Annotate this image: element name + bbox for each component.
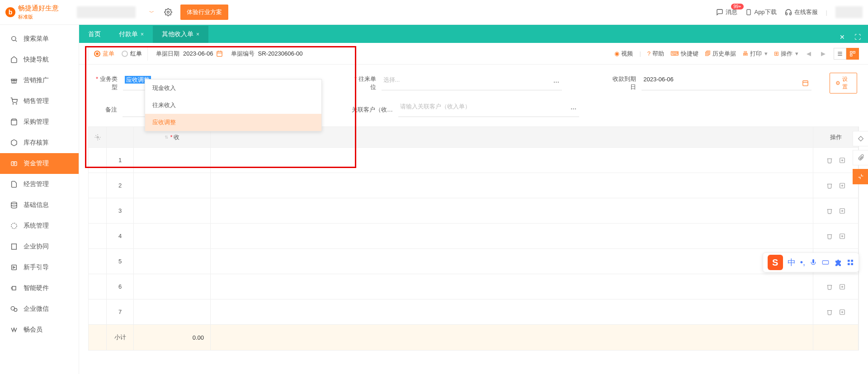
logo-sub: 标准版 bbox=[18, 14, 59, 20]
add-icon[interactable] bbox=[839, 182, 845, 189]
subtotal-label: 小计 bbox=[107, 325, 134, 350]
dropdown-item-adjust[interactable]: 应收调整 bbox=[145, 114, 321, 131]
ellipsis-icon[interactable]: ⋯ bbox=[571, 105, 576, 112]
tab-expand-button[interactable]: ⛶ bbox=[852, 31, 863, 43]
ime-keyboard-button[interactable] bbox=[821, 259, 830, 266]
radio-blue[interactable]: 蓝单 bbox=[94, 50, 114, 58]
ime-voice-button[interactable] bbox=[810, 258, 817, 266]
sidebar-item-vip[interactable]: 畅会员 bbox=[0, 319, 79, 340]
delete-icon[interactable] bbox=[826, 182, 833, 189]
print-button[interactable]: 🖶打印▾ bbox=[742, 50, 768, 58]
row-account-cell[interactable] bbox=[134, 198, 211, 223]
video-link[interactable]: ◉视频 bbox=[614, 50, 633, 58]
side-attach-button[interactable] bbox=[853, 150, 868, 165]
view-list-button[interactable] bbox=[834, 48, 846, 60]
table-row[interactable]: 6 bbox=[89, 274, 859, 299]
sidebar-item-purchase[interactable]: 采购管理 bbox=[0, 112, 79, 132]
table-row[interactable]: 7 bbox=[89, 299, 859, 325]
close-icon[interactable]: × bbox=[141, 31, 144, 37]
trial-button[interactable]: 体验行业方案 bbox=[180, 5, 228, 20]
table-row[interactable]: 1 bbox=[89, 148, 859, 173]
sidebar-item-system[interactable]: 系统管理 bbox=[0, 215, 79, 236]
history-link[interactable]: 🗐历史单据 bbox=[705, 50, 736, 58]
add-icon[interactable] bbox=[839, 309, 845, 315]
calendar-icon[interactable] bbox=[802, 79, 809, 86]
svg-rect-15 bbox=[12, 244, 17, 249]
duedate-input[interactable]: 2023-06-06 bbox=[642, 76, 811, 90]
add-icon[interactable] bbox=[839, 157, 845, 164]
tab-close-all-button[interactable]: ✕ bbox=[836, 31, 848, 43]
messages-link[interactable]: 消息 99+ bbox=[716, 8, 737, 16]
settings-button[interactable]: ⚙ 设置 bbox=[830, 73, 857, 94]
user-avatar[interactable] bbox=[835, 6, 863, 18]
add-icon[interactable] bbox=[839, 284, 845, 290]
sidebar-item-search[interactable]: 搜索菜单 bbox=[0, 28, 79, 49]
delete-icon[interactable] bbox=[826, 309, 833, 315]
row-account-cell[interactable] bbox=[134, 224, 211, 248]
logo[interactable]: b 畅捷通好生意 标准版 bbox=[5, 4, 59, 20]
table-row[interactable]: 2 bbox=[89, 173, 859, 198]
sidebar-item-wechat[interactable]: 企业微信 bbox=[0, 299, 79, 319]
svg-point-0 bbox=[167, 11, 170, 14]
prev-button[interactable]: ◀ bbox=[805, 50, 813, 57]
sidebar-item-sales[interactable]: 销售管理 bbox=[0, 91, 79, 112]
side-expand-button[interactable] bbox=[853, 169, 868, 184]
sidebar-item-finance[interactable]: 资金管理 bbox=[0, 153, 79, 174]
ellipsis-icon[interactable]: ⋯ bbox=[553, 79, 559, 85]
delete-icon[interactable] bbox=[826, 233, 833, 239]
delete-icon[interactable] bbox=[826, 208, 833, 214]
settings-icon[interactable] bbox=[164, 8, 172, 16]
sidebar-item-collab[interactable]: 企业协同 bbox=[0, 236, 79, 257]
app-download-link[interactable]: App下载 bbox=[745, 8, 776, 16]
customer-service-link[interactable]: 在线客服 bbox=[785, 8, 818, 16]
ime-menu-button[interactable] bbox=[847, 259, 854, 266]
sidebar-item-quicknav[interactable]: 快捷导航 bbox=[0, 49, 79, 70]
date-value[interactable]: 2023-06-06 bbox=[183, 50, 213, 57]
help-link[interactable]: ?帮助 bbox=[647, 50, 664, 58]
ime-lang-button[interactable]: 中 bbox=[788, 257, 796, 268]
sidebar-item-operation[interactable]: 经营管理 bbox=[0, 174, 79, 195]
tab-payment[interactable]: 付款单× bbox=[110, 26, 153, 43]
dropdown-item-receivable[interactable]: 往来收入 bbox=[145, 97, 321, 114]
ime-punct-button[interactable]: •, bbox=[800, 258, 805, 267]
table-settings-button[interactable] bbox=[89, 127, 107, 147]
add-icon[interactable] bbox=[839, 233, 845, 239]
sidebar-item-newbie[interactable]: 新手引导 bbox=[0, 257, 79, 278]
delete-icon[interactable] bbox=[826, 284, 833, 290]
org-chevron-icon[interactable]: ﹀ bbox=[149, 9, 154, 16]
side-tag-button[interactable] bbox=[853, 131, 868, 146]
calendar-icon[interactable] bbox=[216, 50, 223, 57]
delete-icon[interactable] bbox=[826, 157, 833, 164]
next-button[interactable]: ▶ bbox=[819, 50, 827, 57]
tab-home[interactable]: 首页 bbox=[79, 26, 110, 43]
sidebar-item-basedata[interactable]: 基础信息 bbox=[0, 195, 79, 215]
partner-select[interactable]: 选择... ⋯ bbox=[382, 76, 562, 90]
row-account-cell[interactable] bbox=[134, 173, 211, 198]
dropdown-item-cash[interactable]: 现金收入 bbox=[145, 79, 321, 97]
view-card-button[interactable] bbox=[846, 48, 859, 60]
row-account-cell[interactable] bbox=[134, 249, 211, 274]
doc-icon bbox=[10, 180, 18, 188]
shortcut-link[interactable]: ⌨快捷键 bbox=[670, 50, 698, 58]
org-selector[interactable] bbox=[77, 6, 136, 18]
row-account-cell[interactable] bbox=[134, 274, 211, 299]
tab-other-income[interactable]: 其他收入单× bbox=[153, 26, 208, 43]
sidebar-item-marketing[interactable]: 营销推广 bbox=[0, 70, 79, 91]
ime-toolbar[interactable]: S 中 •, bbox=[763, 252, 859, 272]
ops-button[interactable]: ⊞操作▾ bbox=[774, 50, 798, 58]
ime-logo-icon: S bbox=[768, 255, 783, 270]
row-account-cell[interactable] bbox=[134, 148, 211, 173]
relcust-input[interactable]: 请输入关联客户（收入单） ⋯ bbox=[398, 103, 579, 117]
radio-red[interactable]: 红单 bbox=[122, 50, 142, 58]
sidebar-item-hardware[interactable]: 智能硬件 bbox=[0, 278, 79, 299]
money-icon bbox=[10, 159, 18, 168]
headset-icon bbox=[785, 9, 792, 16]
ime-skin-button[interactable] bbox=[834, 259, 842, 266]
row-account-cell[interactable] bbox=[134, 299, 211, 324]
close-icon[interactable]: × bbox=[196, 31, 199, 37]
table-row[interactable]: 5 bbox=[89, 249, 859, 274]
add-icon[interactable] bbox=[839, 208, 845, 214]
table-row[interactable]: 4 bbox=[89, 224, 859, 249]
sidebar-item-inventory[interactable]: 库存核算 bbox=[0, 132, 79, 153]
table-row[interactable]: 3 bbox=[89, 198, 859, 224]
